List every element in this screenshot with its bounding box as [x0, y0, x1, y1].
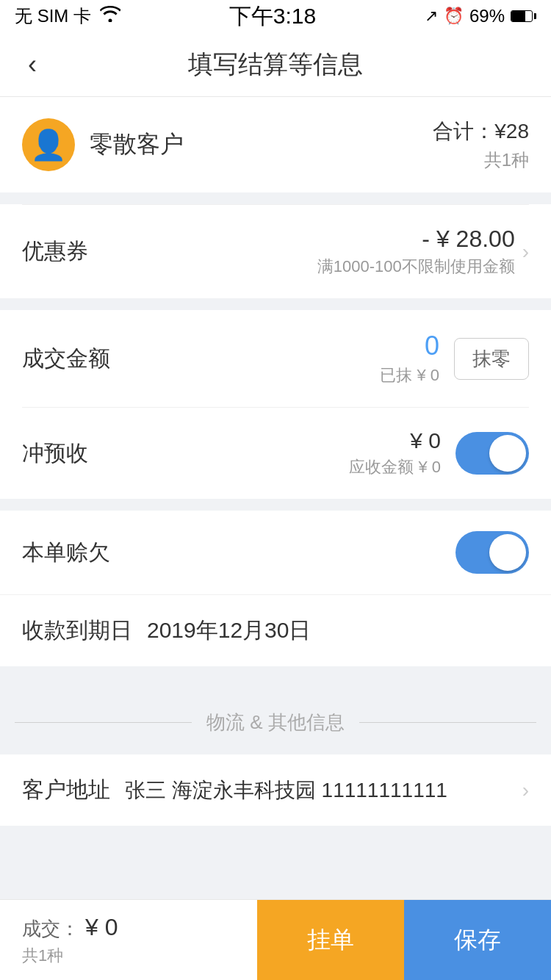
nav-title: 填写结算等信息 [188, 48, 363, 82]
location-icon: ↗ [425, 7, 438, 26]
prereceive-row: 冲预收 ¥ 0 应收金额 ¥ 0 [0, 408, 551, 499]
amount-value: 0 [380, 331, 439, 361]
address-section[interactable]: 客户地址 张三 海淀永丰科技园 11111111111 › [0, 754, 551, 826]
due-value: 2019年12月30日 [147, 616, 311, 646]
status-bar-time: 下午3:18 [229, 1, 316, 32]
separator-3 [0, 678, 551, 690]
customer-row: 👤 零散客户 合计：¥28 共1种 [0, 97, 551, 192]
amount-row: 成交金额 0 已抹 ¥ 0 抹零 [0, 310, 551, 407]
back-button[interactable]: ‹ [21, 42, 44, 87]
debt-row: 本单赊欠 [0, 511, 551, 594]
round-button[interactable]: 抹零 [454, 338, 529, 380]
prereceive-values: ¥ 0 应收金额 ¥ 0 [349, 428, 441, 478]
avatar-icon: 👤 [30, 128, 67, 162]
total-amount: 合计：¥28 [433, 118, 529, 145]
debt-label: 本单赊欠 [22, 538, 110, 568]
bottom-info: 成交： ¥ 0 共1种 [0, 914, 257, 967]
customer-right: 合计：¥28 共1种 [433, 118, 529, 172]
logistics-divider-right [359, 722, 536, 723]
save-button[interactable]: 保存 [404, 900, 551, 981]
logistics-divider-left [15, 722, 192, 723]
prereceive-sub: 应收金额 ¥ 0 [349, 456, 441, 478]
battery-icon [511, 10, 536, 22]
debt-toggle[interactable] [455, 531, 529, 574]
separator-2 [0, 499, 551, 511]
address-chevron-icon: › [522, 779, 529, 802]
logistics-section-header: 物流 & 其他信息 [0, 690, 551, 754]
customer-name: 零散客户 [90, 129, 184, 161]
total-count: 共1种 [433, 148, 529, 172]
debt-section: 本单赊欠 收款到期日 2019年12月30日 [0, 511, 551, 666]
battery-percent: 69% [469, 6, 505, 26]
prereceive-toggle[interactable] [455, 432, 529, 475]
customer-section: 👤 零散客户 合计：¥28 共1种 [0, 97, 551, 192]
amount-label: 成交金额 [22, 344, 110, 374]
address-row[interactable]: 客户地址 张三 海淀永丰科技园 11111111111 › [0, 754, 551, 826]
address-label: 客户地址 [22, 775, 110, 805]
nav-bar: ‹ 填写结算等信息 [0, 32, 551, 97]
coupon-row[interactable]: 优惠券 - ¥ 28.00 满1000-100不限制使用金额 › [0, 205, 551, 298]
due-label: 收款到期日 [22, 616, 132, 646]
coupon-discount: - ¥ 28.00 [317, 226, 515, 253]
coupon-section[interactable]: 优惠券 - ¥ 28.00 满1000-100不限制使用金额 › [0, 204, 551, 298]
status-bar: 无 SIM 卡 下午3:18 ↗ ⏰ 69% [0, 0, 551, 32]
bottom-deal-amount: ¥ 0 [85, 914, 118, 941]
avatar: 👤 [22, 118, 75, 171]
status-bar-right: ↗ ⏰ 69% [425, 6, 536, 26]
hang-button[interactable]: 挂单 [257, 900, 404, 981]
coupon-right: - ¥ 28.00 满1000-100不限制使用金额 › [317, 226, 529, 278]
bottom-deal-label: 成交： [22, 916, 79, 942]
coupon-chevron-icon: › [522, 240, 529, 264]
amount-sub: 已抹 ¥ 0 [380, 364, 439, 386]
coupon-desc: 满1000-100不限制使用金额 [317, 256, 515, 278]
amount-value-block: 0 已抹 ¥ 0 [380, 331, 439, 386]
prereceive-amount: ¥ 0 [349, 428, 441, 453]
no-sim-text: 无 SIM 卡 [15, 4, 91, 28]
amount-section: 成交金额 0 已抹 ¥ 0 抹零 冲预收 ¥ 0 应收金额 ¥ 0 [0, 310, 551, 499]
wifi-icon [100, 6, 120, 26]
bottom-bar: 成交： ¥ 0 共1种 挂单 保存 [0, 899, 551, 980]
toggle-knob [489, 435, 526, 472]
bottom-deal-row: 成交： ¥ 0 [22, 914, 235, 942]
logistics-label: 物流 & 其他信息 [206, 710, 345, 735]
debt-toggle-knob [489, 534, 526, 571]
prereceive-label: 冲预收 [22, 439, 88, 469]
separator-1 [0, 298, 551, 310]
coupon-label: 优惠券 [22, 237, 88, 267]
bottom-count: 共1种 [22, 945, 235, 967]
address-value: 张三 海淀永丰科技园 11111111111 [125, 777, 522, 804]
customer-left: 👤 零散客户 [22, 118, 184, 171]
prereceive-right: ¥ 0 应收金额 ¥ 0 [349, 428, 529, 478]
coupon-right-inner: - ¥ 28.00 满1000-100不限制使用金额 [317, 226, 515, 278]
status-bar-left: 无 SIM 卡 [15, 4, 120, 28]
amount-right: 0 已抹 ¥ 0 抹零 [380, 331, 529, 386]
due-date-row: 收款到期日 2019年12月30日 [0, 594, 551, 666]
alarm-icon: ⏰ [444, 7, 464, 26]
